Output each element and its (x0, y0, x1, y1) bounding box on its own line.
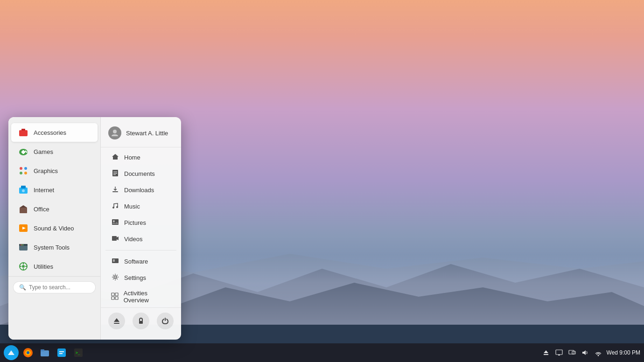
svg-rect-1 (21, 129, 25, 131)
category-utilities[interactable]: Utilities (11, 257, 98, 276)
category-games[interactable]: Games (11, 142, 98, 161)
eject-icon[interactable] (541, 348, 551, 357)
home-label: Home (124, 154, 140, 161)
category-graphics[interactable]: Graphics (11, 161, 98, 180)
svg-rect-67 (558, 355, 560, 355)
display-icon[interactable] (554, 348, 564, 357)
utilities-label: Utilities (34, 263, 53, 270)
office-label: Office (34, 206, 49, 213)
menu-body: Accessories Games Graphics (8, 117, 181, 340)
svg-rect-12 (21, 186, 26, 188)
firefox-taskbar-icon[interactable] (21, 345, 35, 360)
taskbar-left: >_ (4, 345, 86, 360)
internet-icon (18, 184, 29, 195)
svg-marker-64 (544, 350, 548, 353)
places-divider (105, 250, 176, 251)
svg-rect-40 (112, 236, 117, 241)
menu-places-panel: Stewart A. Little Home Documents Down (101, 117, 181, 340)
svg-point-71 (597, 355, 599, 356)
menu-actions (101, 307, 181, 334)
svg-point-8 (24, 167, 27, 170)
svg-rect-47 (115, 293, 118, 296)
games-icon (18, 146, 29, 157)
svg-point-13 (22, 189, 25, 192)
svg-point-45 (115, 277, 116, 278)
utilities-icon (18, 261, 29, 272)
terminal-taskbar-icon[interactable]: >_ (71, 345, 86, 360)
music-icon (111, 202, 119, 211)
music-label: Music (124, 203, 140, 210)
downloads-icon (111, 186, 119, 195)
category-sound-video[interactable]: Sound & Video (11, 219, 98, 237)
category-office[interactable]: Office (11, 200, 98, 218)
settings-label: Settings (124, 274, 146, 281)
search-input-wrap: 🔍 (13, 281, 96, 293)
user-avatar (108, 126, 121, 139)
svg-rect-32 (113, 172, 117, 172)
lock-button[interactable] (133, 313, 149, 329)
svg-point-6 (26, 152, 28, 153)
place-music[interactable]: Music (104, 199, 178, 214)
svg-marker-53 (8, 350, 14, 355)
category-accessories[interactable]: Accessories (11, 123, 98, 142)
svg-rect-46 (112, 293, 114, 296)
svg-rect-14 (20, 208, 27, 213)
svg-marker-15 (20, 205, 27, 208)
svg-rect-68 (569, 350, 574, 354)
search-icon: 🔍 (19, 284, 26, 291)
software-taskbar-icon[interactable] (54, 345, 69, 360)
svg-marker-30 (112, 154, 119, 160)
pictures-icon (111, 218, 119, 227)
category-system-tools[interactable]: System Tools (11, 238, 98, 257)
activities-icon (111, 292, 119, 301)
documents-label: Documents (124, 170, 155, 177)
svg-rect-38 (112, 219, 119, 225)
network-icon[interactable] (594, 348, 603, 357)
place-software[interactable]: Software (104, 254, 178, 269)
place-downloads[interactable]: Downloads (104, 182, 178, 198)
place-settings[interactable]: Settings (104, 270, 178, 285)
svg-rect-59 (57, 348, 66, 357)
zorin-menu-button[interactable] (4, 345, 19, 360)
svg-rect-34 (113, 174, 116, 175)
svg-marker-51 (114, 318, 119, 322)
search-section: 🔍 (8, 276, 100, 298)
app-menu: Accessories Games Graphics (8, 117, 181, 340)
search-input[interactable] (29, 284, 90, 291)
games-label: Games (34, 148, 53, 155)
place-activities[interactable]: Activities Overview (104, 286, 178, 307)
power-button[interactable] (157, 313, 174, 329)
pictures-label: Pictures (124, 219, 146, 226)
system-tools-icon (18, 242, 29, 253)
svg-marker-41 (117, 237, 119, 240)
place-home[interactable]: Home (104, 150, 178, 165)
svg-rect-61 (59, 353, 63, 354)
videos-label: Videos (124, 236, 143, 243)
sound-video-label: Sound & Video (34, 225, 74, 232)
svg-rect-35 (112, 191, 118, 192)
downloads-label: Downloads (124, 187, 154, 194)
system-tools-label: System Tools (34, 244, 70, 251)
svg-rect-58 (41, 349, 44, 351)
svg-point-21 (21, 244, 22, 245)
place-documents[interactable]: Documents (104, 166, 178, 181)
files-taskbar-icon[interactable] (37, 345, 52, 360)
user-name: Stewart A. Little (126, 130, 168, 137)
place-pictures[interactable]: Pictures (104, 215, 178, 230)
svg-rect-43 (113, 259, 115, 262)
svg-point-7 (20, 167, 22, 170)
place-videos[interactable]: Videos (104, 231, 178, 247)
category-internet[interactable]: Internet (11, 181, 98, 199)
software-icon (111, 257, 119, 266)
volume-icon[interactable] (581, 348, 590, 357)
svg-rect-66 (556, 350, 562, 355)
videos-icon (111, 235, 119, 244)
svg-rect-52 (139, 321, 143, 324)
display2-icon[interactable] (567, 348, 577, 357)
svg-point-10 (24, 172, 27, 174)
suspend-button[interactable] (108, 313, 125, 329)
documents-icon (111, 169, 119, 178)
sound-video-icon (18, 223, 29, 234)
svg-point-36 (112, 207, 114, 209)
svg-point-9 (20, 172, 22, 174)
